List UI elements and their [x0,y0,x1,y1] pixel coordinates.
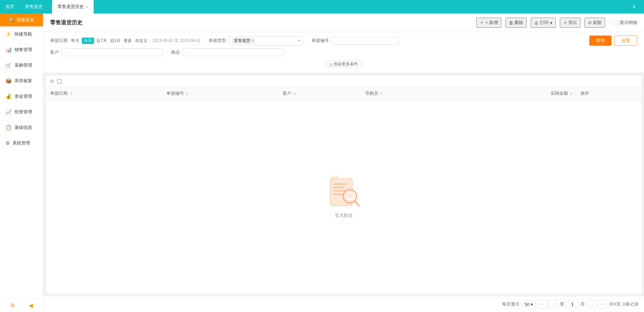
sidebar-item-system-label: 系统管理 [13,140,30,146]
next-page-button[interactable]: › [588,300,596,309]
filter-customer-select[interactable]: ... [62,48,163,56]
settings-bottom-icon[interactable]: ⚙ [10,302,15,309]
top-bar-right: × [629,3,644,10]
sort-amount-icon[interactable]: ⇅ [570,92,572,95]
filter-type-select[interactable]: 零售退货 × ▾ [229,36,303,45]
svg-line-7 [355,201,359,206]
close-window-icon[interactable]: × [629,3,639,10]
filter-number-input[interactable] [332,37,399,45]
col-number: 单据编号 ⇅ [162,87,279,100]
sort-date-icon[interactable]: ⇅ [70,92,72,95]
filter-type-tag: 零售退货 × [232,38,256,44]
sidebar-item-inventory[interactable]: 📦 库存核算 [0,73,43,89]
add-button[interactable]: ＋ + 新增 [476,18,501,28]
sidebar-item-system[interactable]: ⚙ 系统管理 [0,135,43,151]
sidebar-item-operation[interactable]: 📈 经营管理 [0,104,43,120]
filter-row-2: 客户 ... 商品 ... [50,48,637,56]
page-header: 零售退货历史 ＋ + 新增 🗑 删除 🖨 打印 ▾ ↗ 导出 [43,14,644,32]
tab-list: 首页 零售退货 × 零售退货历史 × [0,0,629,14]
collapse-arrow-icon: △ [329,62,332,67]
refresh-icon: ↺ [588,20,592,25]
date-shortcut-yesterday[interactable]: 昨天 [70,38,80,44]
sidebar-item-finance[interactable]: 💰 资金管理 [0,89,43,104]
page-size-value: 50 [525,302,529,307]
tab-retail-return-history-label: 零售退货历史 [57,4,84,10]
collapse-button[interactable]: △ 收起更多条件 [325,60,362,68]
sidebar-item-sales-mgmt[interactable]: 📊 销售管理 [0,42,43,58]
refresh-button[interactable]: ↺ 刷新 [585,18,605,28]
sidebar-item-basic-info-label: 基础信息 [15,125,32,131]
filter-date-label: 单据日期 [50,38,68,44]
table-select-all-checkbox[interactable] [57,79,62,84]
prev-page-button[interactable]: ‹ [548,300,557,309]
content-area: 零售退货历史 ＋ + 新增 🗑 删除 🖨 打印 ▾ ↗ 导出 [43,14,644,312]
filter-type-tag-close[interactable]: × [252,39,254,43]
print-icon: 🖨 [534,20,539,25]
show-detail-label[interactable]: 显示明细 [614,20,637,26]
date-shortcut-7days[interactable]: 近7天 [95,38,108,44]
delete-button[interactable]: 🗑 删除 [505,18,527,28]
svg-point-6 [345,192,355,201]
table-area: ⚙ 单据日期 ⇅ 单据编号 ⇅ 客户 [46,76,641,293]
last-page-button[interactable]: » [598,300,606,309]
purchase-mgmt-icon: 🛒 [5,62,12,68]
inventory-icon: 📦 [5,78,12,84]
tab-retail-return-history[interactable]: 零售退货历史 × [52,0,93,14]
print-dropdown-icon: ▾ [550,20,552,25]
date-range-display: 2023-06-02 至 2023-06-02 [152,38,200,44]
add-icon: ＋ [480,20,484,26]
query-set-buttons: 查询 设置 [589,36,637,46]
page-size-arrow-icon: ▾ [531,302,533,307]
sidebar-item-inventory-label: 库存核算 [15,78,32,84]
date-shortcut-custom[interactable]: 自定义 [134,38,148,44]
svg-point-10 [332,177,334,179]
tab-retail-return[interactable]: 零售退货 × [20,0,52,14]
set-button[interactable]: 设置 [614,36,637,46]
close-tab-retail-return-history-icon[interactable]: × [86,5,88,9]
svg-rect-3 [333,190,346,192]
page-number-input[interactable] [566,301,579,308]
divider [609,20,610,25]
close-tab-retail-return-icon[interactable]: × [45,5,47,9]
total-text: 共0页, 0条记录 [609,301,639,307]
sidebar-item-basic-info[interactable]: 📋 基础信息 [0,120,43,135]
filter-number: 单据编号 [311,37,399,45]
col-action: 操作 [576,87,641,100]
export-button[interactable]: ↗ 导出 [560,18,580,28]
filter-type-label: 单据类型 [209,38,226,44]
sidebar-search-label: 搜索菜单 [17,17,34,23]
query-button[interactable]: 查询 [589,36,612,46]
sidebar-item-quick-nav[interactable]: ⚡ 快捷导航 [0,26,43,42]
date-shortcut-1month[interactable]: 近1月 [109,38,122,44]
filter-type-value: 零售退货 × [232,38,298,44]
basic-info-icon: 📋 [5,125,12,131]
sidebar-item-finance-label: 资金管理 [15,93,32,99]
date-shortcut-today[interactable]: 今天 [82,38,94,44]
sidebar-item-sales-mgmt-label: 销售管理 [15,47,32,53]
print-button[interactable]: 🖨 打印 ▾ [531,18,556,28]
filter-goods-label: 商品 [171,49,180,55]
show-detail-checkbox[interactable] [614,20,618,25]
page-nav-next: › » [588,300,606,309]
sidebar-search[interactable]: 🔍 搜索菜单 [0,14,43,26]
system-icon: ⚙ [5,140,10,146]
data-table: 单据日期 ⇅ 单据编号 ⇅ 客户 ⇅ 导购员 ⇅ [46,87,641,100]
sort-guide-icon[interactable]: ⇅ [380,92,383,95]
customer-dots: ... [65,50,68,55]
page-size-select[interactable]: 50 ▾ [522,301,535,308]
sidebar-item-purchase-mgmt[interactable]: 🛒 采购管理 [0,58,43,73]
tab-home[interactable]: 首页 [0,0,20,14]
filter-goods-select[interactable]: ... [183,48,284,56]
date-shortcut-more[interactable]: 更多 [123,38,133,44]
delete-icon: 🗑 [509,20,513,25]
empty-illustration [324,175,364,213]
sort-number-icon[interactable]: ⇅ [186,92,188,95]
page-label-pre: 第 [560,301,564,307]
sidebar-item-purchase-mgmt-label: 采购管理 [15,62,32,68]
table-settings-icon[interactable]: ⚙ [50,79,54,84]
collapse-sidebar-icon[interactable]: ◀ [29,302,33,309]
col-amount: 实销金额 ⇅ [460,87,576,100]
page-nav: « ‹ [538,300,557,309]
sort-customer-icon[interactable]: ⇅ [293,92,296,95]
first-page-button[interactable]: « [538,300,547,309]
